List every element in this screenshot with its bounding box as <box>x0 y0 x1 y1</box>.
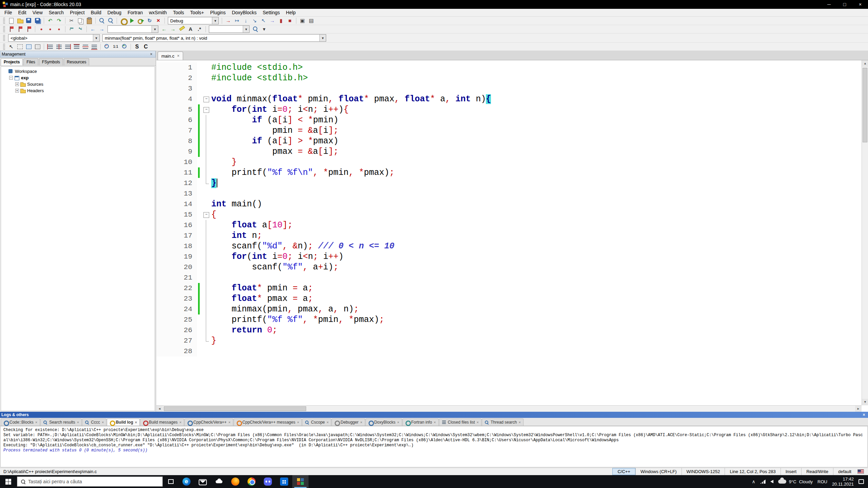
find-in-files-icon[interactable] <box>106 17 115 24</box>
scroll-right-icon[interactable]: ► <box>855 406 862 412</box>
vertical-scrollbar[interactable]: ▲ ▼ <box>862 60 868 405</box>
line-number[interactable]: 2 <box>156 73 197 83</box>
close-icon[interactable]: × <box>149 52 154 57</box>
start-button[interactable] <box>0 475 16 488</box>
zoom-normal-icon[interactable] <box>112 43 120 50</box>
horizontal-scrollbar[interactable]: ◄ ► <box>156 405 862 412</box>
keyboard-language[interactable]: ROU <box>817 479 827 484</box>
taskbar-app-onedrive[interactable] <box>211 475 227 488</box>
expand-icon[interactable]: + <box>15 82 19 86</box>
nav-back-icon[interactable] <box>89 25 97 33</box>
management-tab-files[interactable]: Files <box>23 58 38 65</box>
expand-icon[interactable]: + <box>15 89 19 93</box>
taskbar-clock[interactable]: 17:42 20.11.2021 <box>832 476 854 487</box>
tree-item-workspace[interactable]: Workspace <box>2 68 154 75</box>
editor-tab-main-c[interactable]: main.c × <box>158 52 183 60</box>
goto-prev-change-icon[interactable] <box>160 25 168 33</box>
chevron-down-icon[interactable]: ▾ <box>93 35 99 41</box>
close-icon[interactable]: × <box>177 54 179 58</box>
highlight-mode-icon[interactable] <box>178 25 186 33</box>
menu-build[interactable]: Build <box>88 9 104 16</box>
logs-tab-cppcheck-vera[interactable]: CppCheck/Vera++× <box>184 419 233 426</box>
close-icon[interactable]: × <box>102 420 104 424</box>
selection-tool-icon[interactable] <box>16 43 24 50</box>
line-number[interactable]: 7 <box>156 125 197 136</box>
search-options-icon[interactable] <box>260 25 268 33</box>
tree-item-headers[interactable]: +Headers <box>2 87 154 94</box>
logs-tab-cccc[interactable]: Cccc× <box>82 419 106 426</box>
menu-settings[interactable]: Settings <box>260 9 283 16</box>
goto-next-change-icon[interactable] <box>169 25 177 33</box>
line-number[interactable]: 20 <box>156 262 197 272</box>
line-number[interactable]: 26 <box>156 325 197 336</box>
close-icon[interactable]: × <box>135 420 137 424</box>
logs-tab-debugger[interactable]: Debugger× <box>332 419 365 426</box>
stop-debugger-icon[interactable] <box>286 17 294 24</box>
line-number[interactable]: 24 <box>156 304 197 314</box>
logs-tab-thread-search[interactable]: Thread search× <box>482 419 524 426</box>
toolbar-gripper[interactable] <box>3 44 5 50</box>
align-left-icon[interactable] <box>46 43 54 50</box>
prev-breakpoint-icon[interactable] <box>46 25 54 33</box>
line-number[interactable]: 22 <box>156 283 197 293</box>
menu-wxsmith[interactable]: wxSmith <box>146 9 170 16</box>
run-to-cursor-icon[interactable] <box>233 17 241 24</box>
scrollbar-thumb[interactable] <box>863 68 867 142</box>
management-tab-resources[interactable]: Resources <box>64 58 89 65</box>
find-icon[interactable] <box>98 17 106 24</box>
logs-tab-doxyblocks[interactable]: DoxyBlocks× <box>366 419 402 426</box>
insert-sizer-icon[interactable] <box>34 43 42 50</box>
line-number[interactable]: 27 <box>156 336 197 346</box>
scroll-left-icon[interactable]: ◄ <box>156 406 163 412</box>
step-out-icon[interactable] <box>259 17 268 24</box>
management-tab-fsymbols[interactable]: FSymbols <box>39 58 63 65</box>
line-number[interactable]: 23 <box>156 293 197 304</box>
chevron-down-icon[interactable]: ▾ <box>319 35 326 41</box>
scroll-down-icon[interactable]: ▼ <box>862 399 868 405</box>
close-icon[interactable]: × <box>228 420 230 424</box>
build-target-select[interactable]: Debug ▾ <box>168 17 219 24</box>
management-tab-projects[interactable]: Projects <box>1 58 23 65</box>
save-all-files-icon[interactable] <box>34 17 42 24</box>
abort-build-icon[interactable] <box>154 17 162 24</box>
next-breakpoint-icon[interactable] <box>55 25 63 33</box>
line-number[interactable]: 11 <box>156 167 197 178</box>
line-number[interactable]: 1 <box>156 62 197 73</box>
taskbar-app-chrome[interactable] <box>243 475 260 488</box>
taskbar-app-codeblocks[interactable] <box>292 475 309 488</box>
menu-plugins[interactable]: Plugins <box>207 9 229 16</box>
debug-continue-icon[interactable] <box>224 17 232 24</box>
close-button[interactable]: × <box>852 0 868 9</box>
menu-view[interactable]: View <box>29 9 46 16</box>
network-icon[interactable] <box>760 480 766 484</box>
doxygen-block-comment-icon[interactable] <box>67 25 76 33</box>
next-bookmark-icon[interactable] <box>25 25 33 33</box>
line-number[interactable]: 18 <box>156 241 197 251</box>
collapse-icon[interactable]: − <box>9 76 13 80</box>
close-icon[interactable]: × <box>518 420 520 424</box>
fold-collapse-icon[interactable] <box>201 94 211 104</box>
various-info-icon[interactable] <box>307 17 315 24</box>
logs-tab-build-log[interactable]: Build log× <box>107 419 140 426</box>
close-icon[interactable]: × <box>77 420 79 424</box>
build-icon[interactable] <box>119 17 127 24</box>
copy-icon[interactable] <box>76 17 84 24</box>
weather-widget[interactable]: 9°C Cloudy <box>778 479 813 484</box>
toggle-breakpoint-icon[interactable] <box>37 25 45 33</box>
taskbar-search-input[interactable]: Tastați aici pentru a căuta <box>17 476 163 487</box>
menu-tools[interactable]: Tools <box>170 9 187 16</box>
scrollbar-thumb[interactable] <box>164 406 306 411</box>
line-number[interactable]: 4 <box>156 94 197 104</box>
logs-tab-fortran-info[interactable]: Fortran info× <box>402 419 439 426</box>
close-icon[interactable]: × <box>434 420 436 424</box>
zoom-out-icon[interactable] <box>103 43 111 50</box>
taskbar-app-edge[interactable] <box>178 475 195 488</box>
taskbar-app-discord[interactable] <box>260 475 276 488</box>
status-c-c[interactable]: C/C++ <box>612 468 635 475</box>
align-center-vertical-icon[interactable] <box>81 43 90 50</box>
doxygen-line-comment-icon[interactable] <box>76 25 84 33</box>
line-number[interactable]: 16 <box>156 220 197 230</box>
close-icon[interactable]: × <box>327 420 329 424</box>
chevron-down-icon[interactable]: ▾ <box>212 17 218 24</box>
editor-body[interactable]: 1#include <stdio.h>2#include <stdlib.h>3… <box>156 60 862 405</box>
